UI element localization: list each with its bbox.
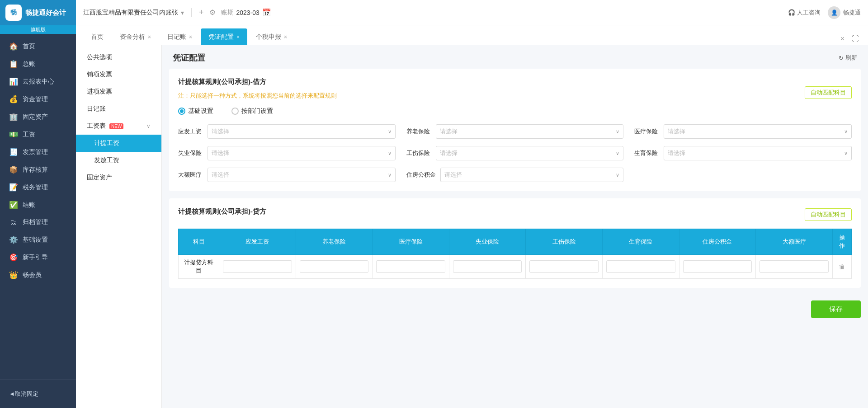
sidebar-label-tax: 税务管理 (23, 183, 48, 192)
row-yanglao-cell (296, 255, 373, 279)
field-gongshang-select[interactable]: 请选择 ∨ (436, 146, 624, 160)
radio-basic[interactable]: 基础设置 (178, 107, 213, 115)
sidebar-item-salary[interactable]: 💵 工资 (0, 126, 76, 143)
tab-funds[interactable]: 资金分析 × (112, 28, 159, 45)
sidebar: 畅 畅捷通好会计 旗舰版 🏠 首页 📋 总账 📊 云报表中心 💰 资金管理 🏢 … (0, 0, 76, 408)
add-account-button[interactable]: + (199, 8, 204, 17)
left-nav-sales-invoice[interactable]: 销项发票 (76, 66, 161, 83)
tab-journal-close[interactable]: × (189, 34, 192, 40)
left-nav-salary-table-label: 工资表 NEW (87, 122, 123, 130)
tab-tax-close[interactable]: × (284, 34, 287, 40)
field-zhufang-select[interactable]: 请选择 ∨ (440, 168, 624, 182)
row-shiye-input[interactable] (453, 260, 522, 273)
left-nav-salary-table[interactable]: 工资表 NEW ∨ (76, 117, 161, 135)
row-yanglao-input[interactable] (300, 260, 369, 273)
company-name: 江西服宝精品有限责任公司内账张 (83, 9, 178, 17)
radio-dept[interactable]: 按部门设置 (231, 107, 273, 115)
sidebar-item-assets[interactable]: 🏢 固定资产 (0, 108, 76, 126)
row-gongshang-input[interactable] (529, 260, 599, 273)
save-button[interactable]: 保存 (811, 300, 861, 318)
sidebar-item-member[interactable]: 👑 畅会员 (0, 266, 76, 284)
content-wrapper: 公共选项 销项发票 进项发票 日记账 工资表 NEW ∨ 计提工资 (76, 45, 868, 408)
sidebar-label-salary: 工资 (23, 131, 35, 139)
row-yiliao-input[interactable] (376, 260, 445, 273)
sidebar-item-checkout[interactable]: ✅ 结账 (0, 196, 76, 214)
sidebar-item-tax[interactable]: 📝 税务管理 (0, 178, 76, 196)
refresh-button[interactable]: ↻ 刷新 (839, 54, 857, 62)
field-daejiyiliao-select[interactable]: 请选择 ∨ (208, 168, 396, 182)
left-nav-sales-label: 销项发票 (87, 70, 112, 79)
company-selector[interactable]: 江西服宝精品有限责任公司内账张 ▾ (83, 9, 184, 17)
left-nav-purchase-invoice[interactable]: 进项发票 (76, 83, 161, 100)
tab-voucher-close[interactable]: × (236, 34, 240, 40)
cancel-fixed-button[interactable]: ◄取消固定 (0, 385, 76, 403)
sidebar-label-assets: 固定资产 (23, 113, 48, 121)
field-yanglao-select[interactable]: 请选择 ∨ (436, 124, 624, 139)
user-menu[interactable]: 👤 畅捷通 (828, 6, 861, 19)
field-yingfa-select[interactable]: 请选择 ∨ (208, 124, 396, 139)
radio-basic-dot (180, 109, 184, 113)
credit-auto-match-button[interactable]: 自动匹配科目 (805, 208, 852, 221)
debit-section-note: 注：只能选择一种方式，系统将按照您当前的选择来配置规则 (178, 92, 337, 100)
delete-row-button[interactable]: 🗑 (839, 263, 845, 270)
salary-icon: 💵 (9, 130, 18, 139)
logo-name: 畅捷通好会计 (25, 9, 66, 17)
period-label: 账期 (221, 9, 234, 17)
close-all-button[interactable]: × (839, 33, 846, 45)
left-nav-accrue-salary[interactable]: 计提工资 (76, 135, 161, 152)
sidebar-label-member: 畅会员 (23, 271, 42, 279)
topbar-right: 🎧 人工咨询 👤 畅捷通 (788, 6, 861, 19)
service-button[interactable]: 🎧 人工咨询 (788, 9, 821, 17)
sidebar-item-reports[interactable]: 📊 云报表中心 (0, 73, 76, 90)
tab-tax-label: 个税申报 (256, 33, 281, 41)
sidebar-item-archive[interactable]: 🗂 归档管理 (0, 214, 76, 231)
tax-icon: 📝 (9, 183, 18, 192)
new-badge: NEW (109, 123, 123, 129)
tab-journal[interactable]: 日记账 × (160, 28, 200, 45)
page-header: 凭证配置 ↻ 刷新 (162, 45, 868, 69)
sidebar-item-ledger[interactable]: 📋 总账 (0, 55, 76, 73)
field-zhufang-label: 住房公积金 (406, 171, 436, 179)
sidebar-item-home[interactable]: 🏠 首页 (0, 38, 76, 55)
field-yingfa-placeholder: 请选择 (212, 127, 229, 136)
col-shengyu: 生育保险 (603, 229, 679, 255)
sidebar-label-ledger: 总账 (23, 60, 35, 68)
sidebar-item-settings[interactable]: ⚙️ 基础设置 (0, 231, 76, 249)
row-daeji-input[interactable] (760, 260, 829, 273)
row-yingfa-input[interactable] (223, 260, 292, 273)
left-nav-public[interactable]: 公共选项 (76, 49, 161, 66)
row-shengyu-input[interactable] (606, 260, 675, 273)
field-shengyu-select[interactable]: 请选择 ∨ (664, 146, 852, 160)
member-icon: 👑 (9, 271, 18, 279)
tab-voucher[interactable]: 凭证配置 × (201, 28, 247, 45)
credit-table: 科目 应发工资 养老保险 医疗保险 失业保险 工伤保险 生育保险 住房公积金 大… (178, 229, 852, 279)
left-nav-pay-salary[interactable]: 发放工资 (76, 152, 161, 169)
tab-home[interactable]: 首页 (83, 28, 111, 45)
row-yiliao-cell (373, 255, 449, 279)
sidebar-item-guide[interactable]: 🎯 新手引导 (0, 249, 76, 266)
sidebar-item-inventory[interactable]: 📦 库存核算 (0, 161, 76, 178)
sidebar-item-funds[interactable]: 💰 资金管理 (0, 90, 76, 108)
sidebar-item-invoice[interactable]: 🧾 发票管理 (0, 143, 76, 161)
left-nav-purchase-label: 进项发票 (87, 88, 112, 96)
debit-auto-match-button[interactable]: 自动匹配科目 (805, 86, 852, 99)
col-action: 操作 (832, 229, 851, 255)
field-shiye-select[interactable]: 请选择 ∨ (208, 146, 396, 160)
sidebar-label-settings: 基础设置 (23, 236, 48, 244)
left-nav-journal[interactable]: 日记账 (76, 100, 161, 117)
field-yiliao: 医疗保险 请选择 ∨ (634, 124, 852, 139)
archive-icon: 🗂 (9, 218, 18, 226)
field-yanglao: 养老保险 请选择 ∨ (406, 124, 624, 139)
settings-gear-button[interactable]: ⚙ (209, 8, 216, 17)
left-nav-accrue-label: 计提工资 (94, 139, 119, 147)
calendar-icon[interactable]: 📅 (262, 8, 271, 17)
row-zhufang-input[interactable] (683, 260, 752, 273)
field-yiliao-select[interactable]: 请选择 ∨ (664, 124, 852, 139)
expand-button[interactable]: ⛶ (850, 33, 861, 45)
tab-funds-close[interactable]: × (148, 34, 151, 40)
field-shengyu-placeholder: 请选择 (668, 149, 685, 157)
tab-tax[interactable]: 个税申报 × (248, 28, 295, 45)
left-nav-fixed-assets[interactable]: 固定资产 (76, 169, 161, 186)
col-zhufang: 住房公积金 (679, 229, 756, 255)
sidebar-label-inventory: 库存核算 (23, 166, 48, 174)
